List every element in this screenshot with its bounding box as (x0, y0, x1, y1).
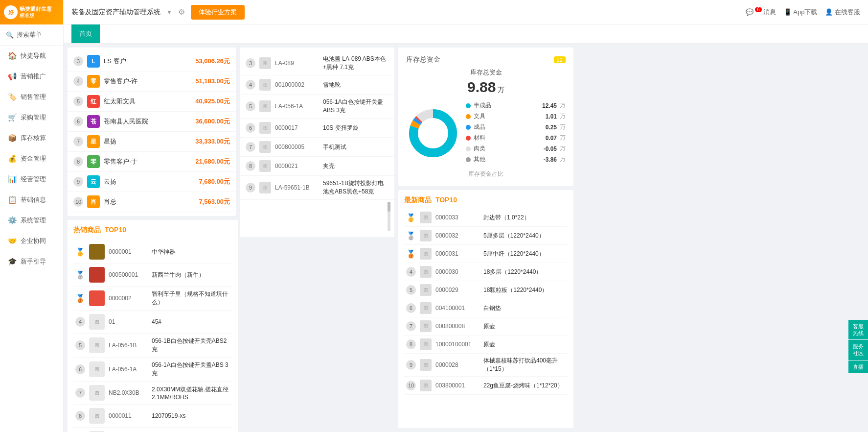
latest-product-item[interactable]: 8 图 10000100001 原壶 (404, 336, 568, 354)
hot-product-item[interactable]: 8 图 0000011 12070519-xs (73, 405, 232, 428)
gold-medal-icon: 🥇 (406, 213, 416, 222)
legend-name: 其他 (474, 155, 541, 164)
product-code: LA-59651-1B (275, 184, 319, 191)
tab-home[interactable]: 首页 (71, 24, 100, 43)
sidebar-item-marketing[interactable]: 📢 营销推广 (0, 66, 63, 87)
rank-item[interactable]: 9 云 云扬 7,680.00元 (68, 172, 236, 192)
float-btn-live[interactable]: 直播 (848, 360, 868, 373)
sidebar-item-collab[interactable]: 🤝 企业协同 (0, 231, 63, 251)
app-download[interactable]: 📱 App下载 (784, 8, 817, 17)
sidebar-logo: 好 畅捷通好生意 标准版 (0, 0, 63, 24)
latest-product-item[interactable]: 7 图 000800008 原壶 (404, 317, 568, 336)
app-icon: 📱 (784, 8, 792, 16)
legend-name: 材料 (474, 134, 543, 142)
product-rank-item[interactable]: 7 图 000800005 手机测试 (240, 138, 394, 157)
latest-product-item[interactable]: 4 图 0000030 18多层（1220*2440） (404, 263, 568, 281)
sidebar-item-system[interactable]: ⚙️ 系统管理 (0, 210, 63, 231)
stock-header: 库存总资金 22 (406, 55, 566, 64)
gear-icon[interactable]: ⚙ (178, 7, 185, 17)
product-rank-item[interactable]: 4 图 001000002 雪地靴 (240, 75, 394, 95)
search-menu-button[interactable]: 🔍 搜索菜单 (4, 28, 59, 41)
sidebar-item-home[interactable]: 🏠 快捷导航 (0, 46, 63, 66)
app-label: App下载 (793, 8, 817, 16)
sidebar-item-label: 采购管理 (21, 113, 46, 122)
rank-item[interactable]: 10 肖 肖总 7,563.00元 (68, 192, 236, 212)
latest-product-item[interactable]: 9 图 0000028 体械嘉核味苏打饮品400毫升（1*15） (404, 354, 568, 377)
sidebar-item-guide[interactable]: 🎓 新手引导 (0, 251, 63, 272)
inventory-icon: 📦 (8, 134, 17, 143)
product-code: 000500001 (109, 271, 148, 278)
trial-button[interactable]: 体验行业方案 (191, 5, 245, 20)
product-rank-item[interactable]: 9 图 LA-59651-1B 59651-1B旋转投影灯电池盒ABS黑色+58… (240, 176, 394, 200)
float-btn-community[interactable]: 服务社区 (848, 340, 868, 360)
legend-color-dot (466, 136, 471, 141)
no-image-icon: 图 (95, 413, 99, 419)
sidebar-item-label: 销售管理 (21, 93, 46, 101)
latest-name: 原壶 (483, 322, 566, 331)
legend-color-dot (466, 157, 471, 162)
product-code: LA-056-1A (109, 366, 148, 373)
rank-item[interactable]: 8 零 零售客户-于 21,680.00元 (68, 152, 236, 172)
hot-product-item[interactable]: 5 图 LA-056-1B 056-1B白色按键开关壳ABS2克 (73, 334, 232, 358)
rank-badge: 8 (246, 161, 255, 171)
rank-item[interactable]: 6 苍 苍南县人民医院 36,600.00元 (68, 112, 236, 132)
sales-rank-list: 3 L LS 客户 53,006.26元 4 零 零售客户-许 51,183.0… (68, 51, 236, 212)
rank-number: 3 (73, 56, 83, 66)
hot-product-item[interactable]: 🥇 0000001 中华神器 (73, 240, 232, 264)
latest-product-item[interactable]: 10 图 003800001 22g鱼豆腐-烧烤味（1*12*20） (404, 377, 568, 395)
sidebar-item-basics[interactable]: 📋 基础信息 (0, 190, 63, 210)
latest-thumb: 图 (420, 284, 432, 296)
hot-product-item[interactable]: 6 图 LA-056-1A 056-1A白色按键开关盖ABS 3克 (73, 358, 232, 382)
logo-sub: 标准版 (20, 12, 52, 19)
product-name: 056-1B白色按键开关壳ABS2克 (152, 337, 230, 354)
rank-customer-name: 星扬 (104, 137, 191, 146)
product-rank-item[interactable]: 3 图 LA-089 电池盖 LA-089 ABS本色+黑种 7.1克 (240, 51, 394, 75)
product-rank-item[interactable]: 6 图 0000017 10S 变扭罗旋 (240, 119, 394, 138)
rank-avatar: 星 (87, 135, 100, 148)
message-section[interactable]: 💬 6 消息 (746, 8, 777, 17)
rank-customer-name: LS 客户 (104, 57, 191, 66)
sidebar-item-inventory[interactable]: 📦 库存核算 (0, 128, 63, 148)
logo-icon: 好 (4, 5, 18, 19)
donut-chart (406, 106, 460, 162)
hot-product-item[interactable]: 🥈 000500001 新西兰牛肉（新牛） (73, 264, 232, 287)
rank-number: 6 (73, 117, 83, 126)
product-rank-item[interactable]: 5 图 LA-056-1A 056-1A白色按键开关盖ABS 3克 (240, 95, 394, 119)
latest-product-item[interactable]: 🥇 图 0000033 封边带（1.0*22） (404, 209, 568, 227)
sidebar-item-sales[interactable]: 🏷️ 销售管理 (0, 87, 63, 107)
rank-avatar: 苍 (87, 115, 100, 128)
thumb-icon: 图 (424, 251, 428, 257)
rank-avatar: 零 (87, 155, 100, 168)
product-code: 0000002 (109, 295, 148, 302)
rank-item[interactable]: 4 零 零售客户-许 51,183.00元 (68, 72, 236, 92)
sidebar-item-label: 快捷导航 (21, 51, 46, 60)
hot-product-item[interactable]: 7 图 NB2.0X30B 2.0X30MM双搓花轴.搓花直径2.1MM/ROH… (73, 382, 232, 405)
online-service[interactable]: 👤 在线客服 (825, 8, 860, 17)
product-thumb-placeholder: 图 (259, 160, 271, 172)
latest-product-item[interactable]: 6 图 004100001 白钢垫 (404, 299, 568, 317)
no-image-icon: 图 (95, 366, 99, 373)
float-btn-service[interactable]: 客服热线 (848, 320, 868, 340)
rank-number: 10 (73, 197, 83, 207)
service-label: 在线客服 (835, 8, 860, 16)
product-name: 夹壳 (323, 162, 388, 170)
product-rank-item[interactable]: 8 图 0000021 夹壳 (240, 157, 394, 176)
latest-product-item[interactable]: 5 图 0000029 18颗粒板（1220*2440） (404, 281, 568, 299)
rank-customer-name: 零售客户-许 (104, 77, 191, 86)
rank-item[interactable]: 5 红 红太阳文具 40,925.00元 (68, 92, 236, 112)
sidebar-item-purchase[interactable]: 🛒 采购管理 (0, 107, 63, 128)
latest-product-item[interactable]: 🥉 图 0000031 5厘中纤（1220*2440） (404, 245, 568, 263)
rank-item[interactable]: 3 L LS 客户 53,006.26元 (68, 51, 236, 72)
finance-icon: 💰 (8, 154, 17, 163)
sidebar-item-operations[interactable]: 📊 经营管理 (0, 169, 63, 190)
hot-product-item[interactable]: 9 图 KK-SD22110H 花语萌恒温分腿睡袋（厚款） (73, 428, 232, 432)
rank-item[interactable]: 7 星 星扬 33,333.00元 (68, 132, 236, 152)
product-thumb-placeholder: 图 (259, 57, 271, 69)
hot-product-item[interactable]: 🥉 0000002 智利车子里（规格不知道填什么） (73, 287, 232, 311)
sidebar-item-finance[interactable]: 💰 资金管理 (0, 148, 63, 169)
legend-value: -0.05 (544, 145, 557, 152)
latest-product-item[interactable]: 🥈 图 0000032 5厘多层（1220*2440） (404, 227, 568, 245)
hot-product-item[interactable]: 4 图 01 45# (73, 311, 232, 334)
latest-code: 0000028 (435, 361, 480, 368)
sidebar-item-label: 资金管理 (21, 154, 46, 163)
